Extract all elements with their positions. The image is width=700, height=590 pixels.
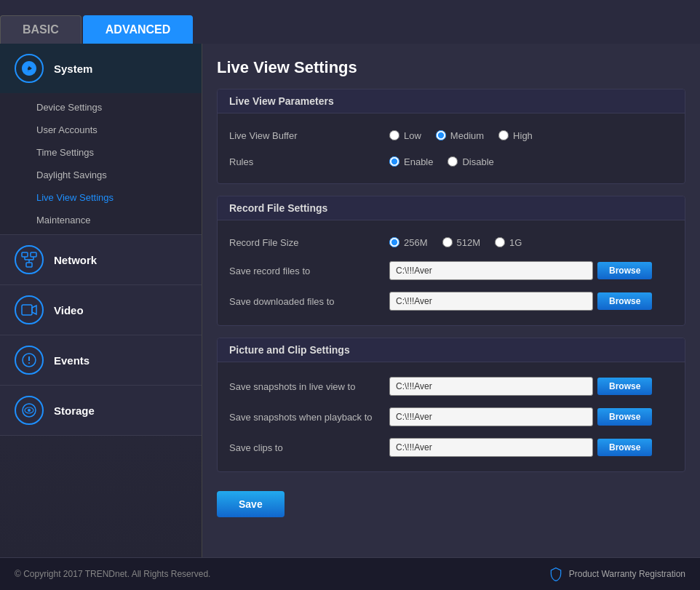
radio-256m-input[interactable] [389,237,399,247]
rules-controls: Enable Disable [389,156,673,167]
sidebar-header-events[interactable]: Events [0,335,202,385]
sidebar-item-maintenance[interactable]: Maintenance [0,209,202,231]
radio-1g-input[interactable] [495,237,505,247]
save-snapshots-playback-browse[interactable]: Browse [597,408,652,426]
svg-rect-1 [22,252,28,257]
footer: © Copyright 2017 TRENDnet. All Rights Re… [0,557,700,590]
network-svg-icon [20,251,38,268]
live-view-parameters-header: Live View Parameters [218,89,685,113]
save-button[interactable]: Save [217,491,285,517]
live-view-buffer-controls: Low Medium High [389,130,673,141]
radio-medium-input[interactable] [436,130,446,140]
save-snapshots-live-browse[interactable]: Browse [597,378,652,395]
sidebar-section-network: Network [0,235,202,285]
svg-point-15 [28,409,31,412]
radio-low-label: Low [404,130,421,141]
svg-marker-9 [32,306,36,314]
main-layout: System Device Settings User Accounts Tim… [0,44,700,557]
radio-512m[interactable]: 512M [442,237,481,248]
sidebar-item-device-settings[interactable]: Device Settings [0,96,202,119]
save-record-files-input[interactable] [389,261,593,280]
sidebar-item-time-settings[interactable]: Time Settings [0,141,202,164]
sidebar-header-network[interactable]: Network [0,235,202,284]
save-clips-input[interactable] [389,438,593,457]
picture-clip-settings-header: Picture and Clip Settings [218,338,685,362]
footer-warranty-label[interactable]: Product Warranty Registration [569,569,685,579]
svg-rect-3 [26,263,32,267]
save-snapshots-live-group: Browse [389,377,673,396]
radio-256m[interactable]: 256M [389,237,428,248]
network-section-title: Network [54,254,97,266]
radio-high[interactable]: High [498,130,533,141]
sidebar: System Device Settings User Accounts Tim… [0,44,202,557]
save-snapshots-playback-label: Save snapshots when playback to [229,412,389,423]
save-snapshots-playback-input[interactable] [389,407,593,426]
storage-icon [15,396,44,425]
network-icon [15,245,44,274]
record-file-settings-body: Record File Size 256M 512M 1G [218,220,685,325]
save-snapshots-live-input[interactable] [389,377,593,396]
radio-512m-label: 512M [457,237,481,248]
save-snapshots-playback-row: Save snapshots when playback to Browse [229,402,673,432]
storage-svg-icon [20,402,38,419]
radio-high-label: High [513,130,533,141]
sidebar-header-video[interactable]: Video [0,285,202,335]
radio-1g-label: 1G [509,237,522,248]
sidebar-item-daylight-savings[interactable]: Daylight Savings [0,164,202,186]
radio-enable-input[interactable] [389,156,399,167]
rules-label: Rules [229,156,389,167]
events-svg-icon [20,351,38,369]
radio-low[interactable]: Low [389,130,421,141]
record-file-settings-header: Record File Settings [218,196,685,220]
sidebar-section-video: Video [0,285,202,335]
radio-medium[interactable]: Medium [436,130,484,141]
sidebar-section-events: Events [0,335,202,386]
sidebar-header-storage[interactable]: Storage [0,386,202,435]
svg-rect-2 [31,252,36,257]
sidebar-header-system[interactable]: System [0,44,202,93]
radio-disable-label: Disable [462,156,493,167]
radio-1g[interactable]: 1G [495,237,522,248]
radio-medium-label: Medium [450,130,484,141]
record-file-size-controls: 256M 512M 1G [389,237,673,248]
live-view-buffer-row: Live View Buffer Low Medium High [229,122,673,148]
system-subitems: Device Settings User Accounts Time Setti… [0,93,202,234]
live-view-buffer-label: Live View Buffer [229,130,389,141]
sidebar-item-live-view-settings[interactable]: Live View Settings [0,186,202,209]
footer-copyright: © Copyright 2017 TRENDnet. All Rights Re… [15,569,210,579]
radio-high-input[interactable] [498,130,509,140]
radio-disable[interactable]: Disable [448,156,493,167]
video-section-title: Video [54,304,84,316]
header-tabs: BASIC ADVANCED [0,0,700,44]
sidebar-section-system: System Device Settings User Accounts Tim… [0,44,202,235]
system-icon [15,54,44,83]
save-record-files-row: Save record files to Browse [229,255,673,286]
save-clips-group: Browse [389,438,673,457]
save-downloaded-files-group: Browse [389,292,673,311]
svg-rect-8 [22,305,32,315]
radio-512m-input[interactable] [442,237,453,247]
save-clips-row: Save clips to Browse [229,432,673,463]
video-icon [15,295,44,324]
record-file-settings-section: Record File Settings Record File Size 25… [217,196,685,326]
system-svg-icon [20,60,38,77]
radio-enable[interactable]: Enable [389,156,433,167]
save-downloaded-files-row: Save downloaded files to Browse [229,286,673,316]
save-downloaded-files-browse[interactable]: Browse [597,292,652,310]
record-file-size-label: Record File Size [229,237,389,248]
save-clips-label: Save clips to [229,442,389,453]
live-view-parameters-body: Live View Buffer Low Medium High [218,113,685,183]
radio-low-input[interactable] [389,130,399,140]
sidebar-section-storage: Storage [0,386,202,436]
footer-right: Product Warranty Registration [549,567,685,581]
sidebar-item-user-accounts[interactable]: User Accounts [0,119,202,141]
tab-advanced[interactable]: ADVANCED [83,15,193,44]
save-record-files-label: Save record files to [229,266,389,276]
save-record-files-browse[interactable]: Browse [597,262,652,279]
radio-disable-input[interactable] [448,156,458,167]
picture-clip-settings-body: Save snapshots in live view to Browse Sa… [218,362,685,471]
save-clips-browse[interactable]: Browse [597,439,652,456]
tab-basic[interactable]: BASIC [0,15,81,44]
svg-point-12 [28,362,30,364]
save-downloaded-files-input[interactable] [389,292,593,311]
